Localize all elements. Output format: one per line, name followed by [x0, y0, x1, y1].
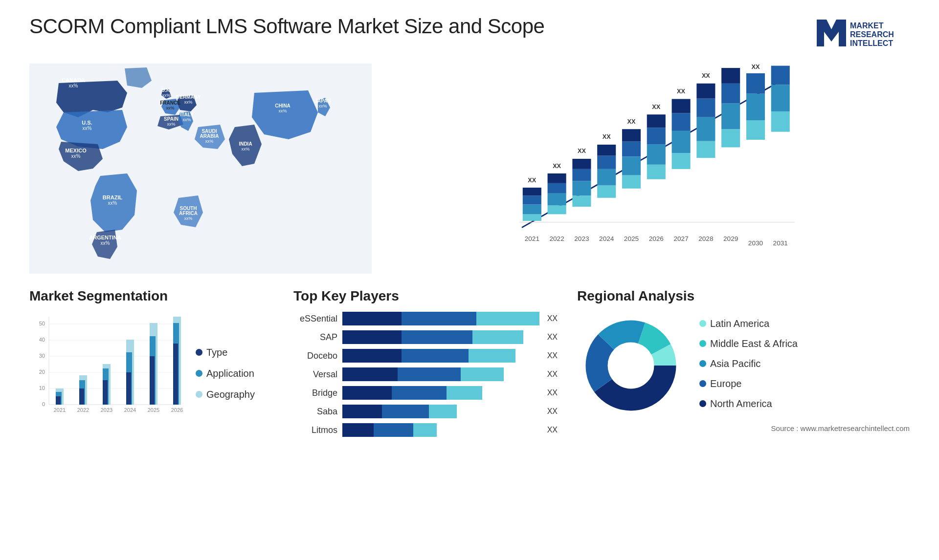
- svg-text:INTELLECT: INTELLECT: [850, 39, 893, 47]
- svg-text:GERMANY: GERMANY: [176, 94, 201, 100]
- svg-text:2023: 2023: [101, 407, 112, 413]
- asia-pacific-label: Asia Pacific: [710, 358, 760, 369]
- svg-rect-58: [597, 169, 616, 186]
- player-value: XX: [547, 333, 558, 342]
- svg-rect-51: [572, 195, 591, 207]
- svg-marker-0: [817, 20, 846, 46]
- svg-rect-65: [622, 142, 641, 157]
- regional-legend: Latin America Middle East & Africa Asia …: [699, 318, 798, 413]
- svg-rect-98: [771, 85, 790, 111]
- latin-america-label: Latin America: [710, 318, 769, 329]
- source-text: Source : www.marketresearchintellect.com: [577, 424, 910, 432]
- svg-text:INDIA: INDIA: [239, 141, 252, 147]
- svg-text:XX: XX: [727, 64, 735, 65]
- segmentation-section: Market Segmentation 0 10 20 30: [29, 288, 274, 445]
- svg-text:CHINA: CHINA: [275, 103, 291, 108]
- svg-rect-139: [150, 356, 155, 405]
- svg-rect-59: [597, 156, 616, 169]
- svg-text:2031: 2031: [773, 239, 788, 247]
- legend-application: Application: [196, 368, 255, 379]
- svg-text:XX: XX: [702, 72, 710, 79]
- segmentation-chart: 0 10 20 30 40 50 2021 2022 2023 2024 202…: [29, 312, 186, 419]
- svg-text:2030: 2030: [748, 239, 763, 247]
- player-name: Saba: [293, 407, 337, 417]
- svg-text:XX: XX: [528, 177, 536, 184]
- svg-rect-90: [721, 68, 740, 84]
- svg-text:xx%: xx%: [83, 126, 92, 131]
- svg-rect-77: [672, 113, 691, 131]
- list-item: Litmos XX: [293, 423, 558, 437]
- latin-america-dot: [699, 320, 706, 327]
- regional-title: Regional Analysis: [577, 288, 910, 304]
- players-list: eSSential XX SAP XX: [293, 312, 558, 437]
- player-name: Docebo: [293, 351, 337, 361]
- player-name: SAP: [293, 332, 337, 343]
- svg-rect-41: [523, 195, 541, 204]
- svg-rect-64: [622, 156, 641, 175]
- geography-dot: [196, 391, 202, 398]
- europe-dot: [699, 380, 706, 387]
- svg-rect-83: [696, 99, 715, 117]
- svg-rect-63: [622, 175, 641, 189]
- svg-text:2021: 2021: [54, 407, 66, 413]
- player-bar: [342, 367, 539, 381]
- svg-rect-54: [572, 159, 591, 169]
- svg-rect-46: [548, 194, 566, 205]
- middle-east-dot: [699, 340, 706, 347]
- svg-text:MARKET: MARKET: [850, 22, 884, 30]
- svg-text:2021: 2021: [525, 235, 539, 242]
- svg-text:ARABIA: ARABIA: [200, 133, 219, 139]
- player-bar: [342, 423, 539, 437]
- svg-text:xx%: xx%: [162, 93, 170, 98]
- list-item: Bridge XX: [293, 386, 558, 400]
- logo-area: MARKET RESEARCH INTELLECT: [812, 15, 910, 54]
- page-title: SCORM Compliant LMS Software Market Size…: [29, 15, 544, 38]
- world-map: CANADA xx% U.S. xx% MEXICO xx% BRAZIL xx…: [29, 64, 372, 274]
- svg-rect-60: [597, 145, 616, 156]
- svg-text:xx%: xx%: [69, 83, 78, 88]
- svg-text:ARGENTINA: ARGENTINA: [89, 235, 121, 240]
- legend-middle-east: Middle East & Africa: [699, 338, 798, 349]
- top-section: CANADA xx% U.S. xx% MEXICO xx% BRAZIL xx…: [29, 64, 910, 274]
- svg-rect-136: [79, 388, 84, 405]
- svg-text:CANADA: CANADA: [62, 77, 85, 83]
- svg-rect-81: [696, 141, 715, 158]
- svg-text:xx%: xx%: [184, 100, 192, 105]
- list-item: Versal XX: [293, 367, 558, 381]
- legend-north-america: North America: [699, 398, 798, 409]
- svg-text:50: 50: [39, 321, 45, 326]
- growth-chart-container: XX 2021 XX 2022 XX 2023: [391, 64, 910, 274]
- list-item: SAP XX: [293, 330, 558, 344]
- legend-europe: Europe: [699, 378, 798, 389]
- svg-text:40: 40: [39, 337, 45, 343]
- svg-rect-76: [672, 131, 691, 153]
- growth-chart-svg: XX 2021 XX 2022 XX 2023: [391, 64, 910, 254]
- logo-svg: MARKET RESEARCH INTELLECT: [812, 15, 910, 54]
- svg-text:2023: 2023: [574, 235, 589, 242]
- regional-section: Regional Analysis: [577, 288, 910, 445]
- svg-text:XX: XX: [652, 104, 660, 110]
- svg-text:ITALY: ITALY: [180, 112, 194, 117]
- player-name: eSSential: [293, 314, 337, 324]
- geography-label: Geography: [206, 389, 255, 400]
- svg-text:2025: 2025: [624, 235, 639, 242]
- player-name: Versal: [293, 369, 337, 380]
- svg-rect-95: [746, 73, 765, 94]
- svg-rect-84: [696, 84, 715, 99]
- svg-text:2022: 2022: [550, 235, 564, 242]
- svg-text:xx%: xx%: [278, 108, 287, 113]
- legend-type: Type: [196, 347, 255, 358]
- svg-text:30: 30: [39, 353, 45, 359]
- svg-text:2026: 2026: [649, 235, 664, 242]
- svg-text:MEXICO: MEXICO: [65, 148, 87, 153]
- svg-text:2025: 2025: [148, 407, 159, 413]
- svg-rect-47: [548, 183, 566, 194]
- svg-text:JAPAN: JAPAN: [314, 98, 331, 104]
- svg-text:2024: 2024: [599, 235, 614, 242]
- player-value: XX: [547, 388, 558, 397]
- application-dot: [196, 370, 202, 377]
- player-value: XX: [547, 407, 558, 416]
- svg-text:SPAIN: SPAIN: [164, 116, 179, 122]
- svg-rect-78: [672, 99, 691, 113]
- player-value: XX: [547, 314, 558, 323]
